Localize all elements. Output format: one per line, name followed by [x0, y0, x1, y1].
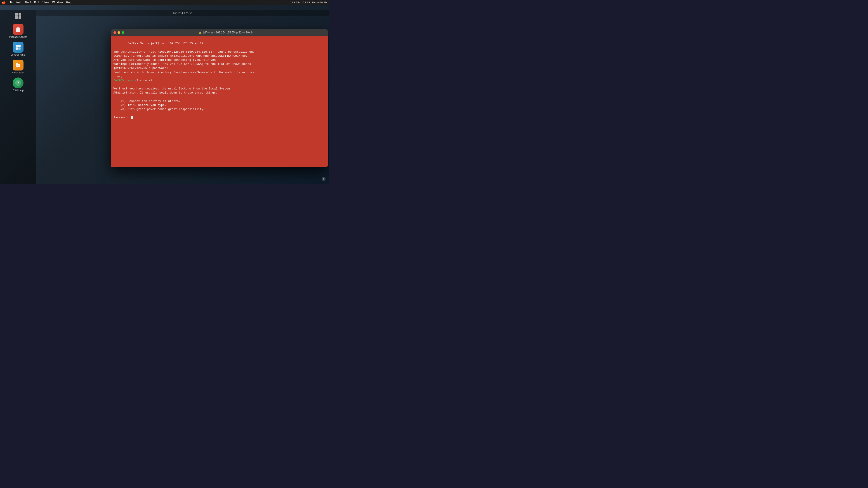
term-line-2: The authenticity of host '169.254.125.55…	[114, 50, 325, 54]
menubar-left: 🍎 Terminal Shell Edit View Window Help	[2, 1, 72, 4]
term-line-7: Could not chdir to home directory /var/s…	[114, 70, 325, 74]
dsm-help-icon: ?	[13, 77, 24, 88]
package-center-label: Package Center	[9, 36, 27, 38]
sidebar-item-package-center[interactable]: Package Center	[4, 23, 32, 39]
file-station-label: File Station	[12, 71, 24, 74]
term-line-10: We trust you have received the usual lec…	[114, 87, 325, 91]
lock-icon: 🔒	[199, 31, 202, 34]
traffic-lights	[114, 31, 124, 34]
term-line-5: Warning: Permanently added '169.254.125.…	[114, 62, 325, 66]
sidebar-item-dsm-help[interactable]: ? DSM Help	[4, 76, 32, 93]
address-bar: 169.254.125.55	[36, 10, 329, 16]
address-text: 169.254.125.55	[173, 12, 192, 15]
term-line-blank1	[114, 83, 325, 87]
menubar-right: 169.254.125.55 Thu 4:20 PM	[290, 1, 327, 4]
svg-text:?: ?	[17, 81, 19, 85]
sidebar-item-file-station[interactable]: File Station	[4, 58, 32, 75]
minimize-button[interactable]	[118, 31, 120, 34]
sidebar: Package Center Control Panel	[0, 10, 36, 184]
svg-rect-4	[18, 45, 21, 47]
terminal-titlebar: 🔒 jeff — ssh 169.254.125.55 -p 22 — 80×2…	[111, 29, 328, 36]
term-line-11: Administrator. It usually boils down to …	[114, 91, 325, 95]
term-line-9: Jeff@Videos:/$ sudo -i	[114, 78, 325, 83]
file-station-icon	[13, 60, 24, 70]
term-line-8: ctory	[114, 74, 325, 78]
menu-help[interactable]: Help	[66, 1, 72, 4]
prompt-jeffs-imac: Jeffs-iMac:~ jeff$	[127, 42, 161, 45]
term-line-password: Password:	[114, 116, 325, 120]
terminal-window: 🔒 jeff — ssh 169.254.125.55 -p 22 — 80×2…	[111, 29, 328, 167]
cmd-ssh: ssh 169.254.125.55 -p 22	[161, 42, 204, 45]
menubar-ip: 169.254.125.55	[290, 1, 310, 4]
terminal-title: 🔒 jeff — ssh 169.254.125.55 -p 22 — 80×2…	[127, 31, 325, 34]
menu-terminal[interactable]: Terminal	[10, 1, 21, 4]
svg-rect-5	[16, 47, 18, 50]
control-panel-icon	[13, 42, 24, 53]
menu-window[interactable]: Window	[52, 1, 63, 4]
svg-rect-3	[16, 45, 18, 47]
svg-rect-6	[18, 47, 21, 50]
svg-rect-7	[17, 65, 20, 65]
term-line-3: ECDSA key fingerprint is SHA256:R+1JXsQi…	[114, 54, 325, 58]
menu-edit[interactable]: Edit	[34, 1, 39, 4]
prompt-dollar: $	[136, 79, 140, 82]
svg-rect-8	[17, 66, 19, 66]
term-line-12: #1) Respect the privacy of others.	[114, 99, 325, 103]
app-launcher-icon[interactable]	[15, 13, 21, 19]
cmd-sudo: sudo -i	[140, 79, 152, 82]
menu-view[interactable]: View	[42, 1, 49, 4]
menubar: 🍎 Terminal Shell Edit View Window Help 1…	[0, 0, 329, 5]
terminal-title-text: jeff — ssh 169.254.125.55 -p 22 — 80×24	[203, 31, 253, 34]
term-line-4: Are you sure you want to continue connec…	[114, 58, 325, 62]
term-line-13: #2) Think before you type.	[114, 103, 325, 107]
terminal-cursor	[131, 116, 133, 119]
control-panel-label: Control Panel	[11, 54, 26, 56]
package-center-icon	[13, 24, 24, 35]
maximize-button[interactable]	[122, 31, 124, 34]
sidebar-item-control-panel[interactable]: Control Panel	[4, 40, 32, 57]
term-line-6: jeff@169.254.125.55's password:	[114, 66, 325, 70]
desktop: 169.254.125.55 Package Center	[0, 5, 329, 184]
menubar-time: Thu 4:20 PM	[312, 1, 327, 4]
dsm-help-label: DSM Help	[13, 89, 24, 92]
prompt-colon: :	[133, 79, 135, 82]
term-line-14: #3) With great power comes great respons…	[114, 107, 325, 111]
apple-menu[interactable]: 🍎	[2, 1, 6, 4]
term-line-blank3	[114, 111, 325, 116]
menu-shell[interactable]: Shell	[24, 1, 31, 4]
scroll-button[interactable]: ▼	[322, 177, 326, 181]
prompt-jeff-user: Jeff@Videos	[114, 79, 133, 82]
terminal-body[interactable]: Jeffs-iMac:~ jeff$ ssh 169.254.125.55 -p…	[111, 36, 328, 167]
term-line-blank2	[114, 95, 325, 99]
term-line-1: Jeffs-iMac:~ jeff$ ssh 169.254.125.55 -p…	[114, 37, 325, 50]
close-button[interactable]	[114, 31, 116, 34]
